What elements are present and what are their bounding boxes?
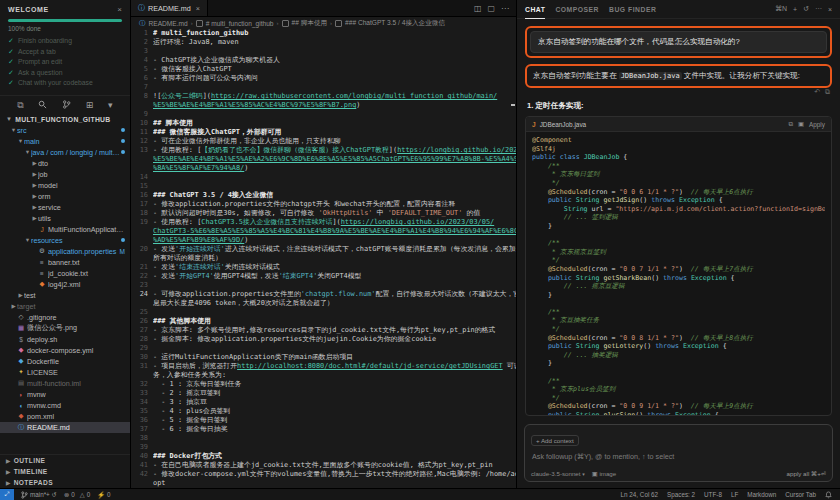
- breadcrumb-item[interactable]: README.md: [149, 20, 188, 27]
- copy-icon[interactable]: ⧉: [825, 88, 830, 96]
- line-number: 1: [131, 29, 153, 38]
- tree-item-deploy.sh[interactable]: $deploy.sh: [0, 334, 130, 345]
- remote-indicator[interactable]: ⤢: [0, 489, 14, 500]
- tree-item-.gitignore[interactable]: ◇.gitignore: [0, 312, 130, 323]
- code-area[interactable]: 1# multi_function_github2运行环境: Java8, ma…: [131, 29, 516, 488]
- editor-line: 39: [131, 443, 516, 452]
- tree-item-jd-cookie.txt[interactable]: ≡jd_cookie.txt: [0, 268, 130, 279]
- tree-item-application.properties[interactable]: ⚙application.propertiesM: [0, 246, 130, 257]
- section-notepads[interactable]: ▶NOTEPADS: [0, 477, 130, 488]
- explorer-root-header[interactable]: ▼ MULTI_FUNCTION_GITHUB: [0, 114, 130, 125]
- tree-item-mvnw[interactable]: ◗mvnw: [0, 389, 130, 400]
- chat-input-placeholder[interactable]: Ask followup (⌘Y), @ to mention, ↑ to se…: [532, 452, 825, 461]
- tree-item-license[interactable]: ✦LICENSE: [0, 367, 130, 378]
- tab-readme[interactable]: ⓘ README.md ×: [131, 0, 208, 16]
- breadcrumb-item[interactable]: ## 脚本使用: [292, 19, 328, 28]
- line-number: 37: [131, 425, 153, 434]
- editor-line: 24- 可修改application.properties文件里的'chatgp…: [131, 290, 516, 299]
- copy-icon[interactable]: ⧉: [788, 120, 793, 128]
- explorer-root-label: MULTI_FUNCTION_GITHUB: [15, 116, 110, 123]
- sidebar-action-icons: ⧉ ⊞ ▾: [0, 96, 130, 114]
- tree-item-mvnw.cmd[interactable]: ◖mvnw.cmd: [0, 400, 130, 411]
- tree-item-utils[interactable]: ▶utils: [0, 213, 130, 224]
- chat-input-box[interactable]: + Add context Ask followup (⌘Y), @ to me…: [524, 424, 833, 482]
- split-editor-icon[interactable]: ◫: [474, 4, 482, 13]
- indentation[interactable]: Spaces: 2: [667, 491, 695, 498]
- tree-item-job[interactable]: ▶job: [0, 169, 130, 180]
- tree-item-multifunctionapplication.java[interactable]: JMultiFunctionApplication.java: [0, 224, 130, 235]
- cursor-position[interactable]: Ln 24, Col 62: [621, 491, 658, 498]
- tree-item-java-com-longbig-multifu...[interactable]: ▼java / com / longbig / multifu...: [0, 147, 130, 158]
- code-line: [532, 368, 825, 377]
- tree-item-pom.xml[interactable]: ◆pom.xml: [0, 411, 130, 422]
- tree-item-service[interactable]: ▶service: [0, 202, 130, 213]
- code-line: * 京东plus会员签到: [532, 385, 825, 394]
- tree-item-log4j2.xml[interactable]: ◆log4j2.xml: [0, 279, 130, 290]
- chat-tab-bug-finder[interactable]: BUG FINDER: [609, 0, 656, 19]
- line-number: 39: [131, 443, 153, 452]
- tree-item-dto[interactable]: ▶dto: [0, 158, 130, 169]
- eol[interactable]: LF: [731, 491, 738, 498]
- tree-item-label: application.properties: [48, 247, 120, 256]
- attach-image-button[interactable]: ▣ image: [592, 470, 616, 477]
- model-selector[interactable]: claude-3.5-sonnet ▾: [531, 470, 585, 477]
- tree-item-readme.md[interactable]: ⓘREADME.md: [0, 422, 130, 433]
- files-icon[interactable]: ⧉: [17, 100, 23, 110]
- tree-item-main[interactable]: ▼main: [0, 136, 130, 147]
- breadcrumb-item[interactable]: # multi_function_github: [206, 20, 274, 27]
- tree-item-label: orm: [38, 192, 125, 201]
- add-icon[interactable]: +: [793, 6, 797, 13]
- chat-tab-chat[interactable]: CHAT: [525, 0, 545, 19]
- line-number: 6: [131, 74, 153, 83]
- problems-indicator[interactable]: ⊗0 △0: [64, 491, 90, 498]
- chevron-down-icon[interactable]: ▾: [108, 100, 113, 110]
- extensions-icon[interactable]: ⊞: [86, 100, 94, 110]
- tree-item-src[interactable]: ▼src: [0, 125, 130, 136]
- tree-item-model[interactable]: ▶model: [0, 180, 130, 191]
- more-icon[interactable]: ⋯: [501, 4, 509, 13]
- tab-close-icon[interactable]: ×: [196, 4, 200, 13]
- editor-line: %AD%E5%AF%B9%E8%AF%9D/): [131, 236, 516, 245]
- file-icon: ◇: [17, 313, 25, 321]
- add-context-button[interactable]: + Add context: [531, 435, 579, 446]
- language-mode[interactable]: Markdown: [747, 491, 776, 498]
- insert-icon[interactable]: ▣: [798, 120, 804, 128]
- undo-icon[interactable]: ↶: [814, 88, 820, 96]
- apply-button[interactable]: Apply: [809, 121, 825, 128]
- tree-item-docker-compose.yml[interactable]: ◆docker-compose.yml: [0, 345, 130, 356]
- cursor-tab[interactable]: Cursor Tab: [785, 491, 816, 498]
- tree-item-target[interactable]: ▶target: [0, 301, 130, 312]
- chevron-right-icon: ▶: [10, 303, 17, 309]
- line-number: 26: [131, 317, 153, 326]
- tree-item-orm[interactable]: ▶orm: [0, 191, 130, 202]
- code-line: */: [532, 256, 825, 265]
- open-preview-icon[interactable]: ▢: [487, 4, 495, 13]
- welcome-close-icon[interactable]: ×: [117, 5, 122, 14]
- apply-all-button[interactable]: apply all ⌘+⏎: [787, 470, 826, 477]
- tree-item-banner.txt[interactable]: ≡banner.txt: [0, 257, 130, 268]
- tree-item-resources[interactable]: ▼resources: [0, 235, 130, 246]
- section-outline[interactable]: ▶OUTLINE: [0, 455, 130, 466]
- tree-item-multi-function.iml[interactable]: ▤multi-function.iml: [0, 378, 130, 389]
- new-chat-shortcut[interactable]: ⌘N: [775, 5, 787, 13]
- git-branch-indicator[interactable]: main*+ ↺: [21, 491, 57, 499]
- encoding[interactable]: UTF-8: [704, 491, 722, 498]
- search-icon[interactable]: [38, 100, 47, 109]
- line-number: 14: [131, 173, 153, 182]
- source-control-icon[interactable]: [62, 100, 71, 109]
- line-number: 41: [131, 461, 153, 470]
- close-icon[interactable]: ×: [828, 6, 832, 13]
- user-message: 京东自动签到的功能在哪个文件，代码是怎么实现自动化的?: [530, 31, 827, 53]
- notifications-bell-icon[interactable]: [825, 491, 832, 499]
- more-icon[interactable]: ⋯: [815, 5, 822, 13]
- chat-tab-composer[interactable]: COMPOSER: [555, 0, 599, 19]
- ports-indicator[interactable]: ⚡0: [97, 491, 110, 499]
- tree-item-dockerfile[interactable]: ◆Dockerfile: [0, 356, 130, 367]
- history-icon[interactable]: ↺: [803, 5, 809, 13]
- section-timeline[interactable]: ▶TIMELINE: [0, 466, 130, 477]
- tree-item--.png[interactable]: ▦微信公众号.png: [0, 323, 130, 334]
- breadcrumb-item[interactable]: ### ChatGPT 3.5 / 4接入企业微信: [345, 19, 445, 28]
- chevron-down-icon: ▼: [24, 149, 31, 155]
- tree-item-label: target: [17, 302, 125, 311]
- tree-item-test[interactable]: ▶test: [0, 290, 130, 301]
